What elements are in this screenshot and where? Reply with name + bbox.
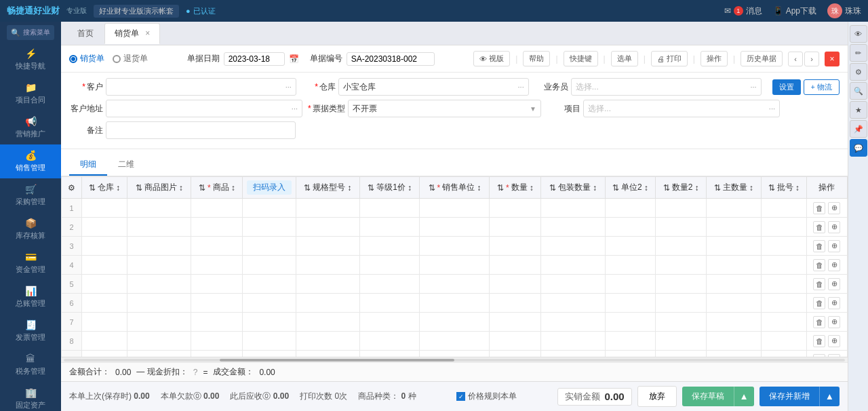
right-panel-btn-1[interactable]: 👁	[850, 25, 867, 43]
row-3-pack-qty[interactable]	[541, 237, 605, 256]
row-3-product[interactable]	[191, 237, 243, 256]
app-download-btn[interactable]: 📱 App下载	[773, 5, 816, 17]
message-btn[interactable]: ✉ 1 消息	[724, 5, 762, 17]
row-8-spec[interactable]	[296, 332, 359, 351]
sidebar-item-projects[interactable]: 📁 项目合同	[0, 77, 61, 111]
row-3-batch[interactable]	[761, 237, 806, 256]
radio-sale[interactable]: 销货单	[69, 53, 104, 64]
row-2-unit2[interactable]	[605, 218, 656, 237]
row-6-copy-btn[interactable]: ⊕	[828, 297, 840, 309]
price-check-checkbox[interactable]: ✓	[456, 392, 465, 401]
view-btn[interactable]: 👁 视版	[473, 51, 510, 66]
tab-home[interactable]: 首页	[68, 24, 103, 43]
row-7-warehouse[interactable]	[82, 313, 127, 332]
row-8-pack-qty[interactable]	[541, 332, 605, 351]
row-2-batch[interactable]	[761, 218, 806, 237]
row-3-spec[interactable]	[296, 237, 359, 256]
row-8-quantity[interactable]	[490, 332, 541, 351]
row-4-batch-input[interactable]	[243, 256, 296, 275]
row-8-price1[interactable]	[360, 332, 420, 351]
row-9-product-img[interactable]	[127, 351, 191, 357]
calendar-icon[interactable]: 📅	[289, 54, 299, 64]
row-1-product[interactable]	[191, 199, 243, 218]
row-2-product-img[interactable]	[127, 218, 191, 237]
row-4-sale-unit[interactable]	[420, 256, 490, 275]
row-4-unit2[interactable]	[605, 256, 656, 275]
row-5-warehouse[interactable]	[82, 275, 127, 294]
row-8-product-img[interactable]	[127, 332, 191, 351]
customer-input[interactable]: ···	[106, 78, 296, 96]
row-3-price1[interactable]	[360, 237, 420, 256]
settings-btn[interactable]: 设置	[772, 79, 801, 95]
sidebar-item-assets[interactable]: 🏢 固定资产	[0, 382, 61, 411]
project-dots[interactable]: ···	[769, 104, 775, 113]
notes-input[interactable]	[106, 121, 296, 139]
right-panel-btn-2[interactable]: ✏	[850, 44, 867, 62]
row-5-spec[interactable]	[296, 275, 359, 294]
row-7-product-img[interactable]	[127, 313, 191, 332]
sidebar-item-accounting[interactable]: 📊 总账管理	[0, 280, 61, 314]
row-5-sale-unit[interactable]	[420, 275, 490, 294]
row-2-spec[interactable]	[296, 218, 359, 237]
row-3-product-img[interactable]	[127, 237, 191, 256]
row-1-batch[interactable]	[761, 199, 806, 218]
right-panel-btn-3[interactable]: ⚙	[850, 63, 867, 81]
row-7-spec[interactable]	[296, 313, 359, 332]
row-6-price1[interactable]	[360, 294, 420, 313]
row-2-sale-unit[interactable]	[420, 218, 490, 237]
row-3-main-qty[interactable]	[706, 237, 761, 256]
warehouse-dots[interactable]: ···	[518, 83, 524, 91]
address-dots[interactable]: ···	[292, 104, 298, 113]
row-5-quantity[interactable]	[490, 275, 541, 294]
save-new-btn[interactable]: 保存并新增	[760, 387, 819, 406]
salesperson-input[interactable]: 选择... ···	[571, 78, 762, 96]
row-4-qty2[interactable]	[656, 256, 707, 275]
row-7-batch[interactable]	[761, 313, 806, 332]
row-6-unit2[interactable]	[605, 294, 656, 313]
row-6-delete-btn[interactable]: 🗑	[813, 297, 825, 309]
row-4-product-img[interactable]	[127, 256, 191, 275]
row-1-quantity[interactable]	[490, 199, 541, 218]
tab-2d[interactable]: 二维	[107, 155, 145, 176]
sidebar-item-sales[interactable]: 💰 销售管理	[0, 144, 61, 178]
row-3-quantity[interactable]	[490, 237, 541, 256]
col-settings-header[interactable]: ⚙	[62, 177, 82, 199]
row-4-quantity[interactable]	[490, 256, 541, 275]
sidebar-item-quick-nav[interactable]: ⚡ 快捷导航	[0, 43, 61, 77]
row-2-price1[interactable]	[360, 218, 420, 237]
row-4-batch[interactable]	[761, 256, 806, 275]
abandon-btn[interactable]: 放弃	[637, 386, 677, 407]
row-8-batch[interactable]	[761, 332, 806, 351]
row-2-delete-btn[interactable]: 🗑	[813, 221, 825, 233]
radio-return[interactable]: 退货单	[113, 53, 148, 64]
date-input[interactable]	[224, 52, 285, 66]
row-9-product[interactable]	[191, 351, 243, 357]
row-8-copy-btn[interactable]: ⊕	[828, 335, 840, 347]
order-number-input[interactable]	[347, 52, 435, 66]
row-9-spec[interactable]	[296, 351, 359, 357]
row-1-unit2[interactable]	[605, 199, 656, 218]
row-7-main-qty[interactable]	[706, 313, 761, 332]
company-selector[interactable]: 好业财专业版演示帐套	[94, 5, 179, 18]
row-6-product-img[interactable]	[127, 294, 191, 313]
row-5-price1[interactable]	[360, 275, 420, 294]
row-4-price1[interactable]	[360, 256, 420, 275]
right-panel-btn-7[interactable]: 💬	[850, 139, 867, 157]
right-panel-btn-4[interactable]: 🔍	[850, 82, 867, 100]
save-new-dropdown-btn[interactable]: ▲	[819, 387, 840, 406]
tab-detail[interactable]: 明细	[69, 155, 107, 176]
row-1-copy-btn[interactable]: ⊕	[828, 202, 840, 214]
row-8-main-qty[interactable]	[706, 332, 761, 351]
row-7-price1[interactable]	[360, 313, 420, 332]
row-2-qty2[interactable]	[656, 218, 707, 237]
right-panel-btn-5[interactable]: ★	[850, 101, 867, 119]
row-5-copy-btn[interactable]: ⊕	[828, 278, 840, 290]
history-btn[interactable]: 历史单据	[741, 51, 783, 66]
row-6-qty2[interactable]	[656, 294, 707, 313]
row-9-warehouse[interactable]	[82, 351, 127, 357]
search-menu-btn[interactable]: 🔍 搜索菜单	[7, 25, 54, 40]
row-3-sale-unit[interactable]	[420, 237, 490, 256]
add-logistics-btn[interactable]: + 物流	[804, 79, 840, 95]
row-8-product[interactable]	[191, 332, 243, 351]
row-5-batch[interactable]	[761, 275, 806, 294]
